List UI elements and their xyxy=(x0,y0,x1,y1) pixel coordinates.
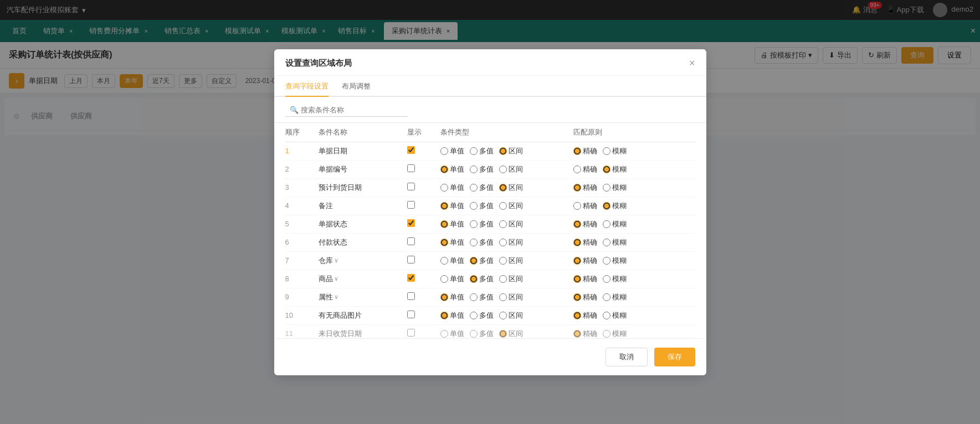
row3-match-fuzzy[interactable]: 模糊 xyxy=(603,183,627,193)
row6-type-single[interactable]: 单值 xyxy=(440,237,464,247)
row5-match-fuzzy[interactable]: 模糊 xyxy=(603,219,627,229)
row8-type-range[interactable]: 区间 xyxy=(499,274,523,284)
row6-type-range[interactable]: 区间 xyxy=(499,237,523,247)
row7-display-check[interactable] xyxy=(407,256,415,265)
row2-type-range[interactable]: 区间 xyxy=(499,164,523,174)
row9-type-multi[interactable]: 多值 xyxy=(470,292,494,302)
table-row: 5 单据状态 单值 多值 区间 精确 模糊 xyxy=(285,215,695,234)
row10-match-exact[interactable]: 精确 xyxy=(573,311,597,320)
row4-type-multi[interactable]: 多值 xyxy=(470,201,494,211)
row9-order: 9 xyxy=(285,293,289,301)
row5-type-single[interactable]: 单值 xyxy=(440,219,464,229)
row3-display-check[interactable] xyxy=(407,183,415,192)
row3-match-exact[interactable]: 精确 xyxy=(573,183,597,193)
row1-match-group: 精确 模糊 xyxy=(573,146,673,156)
row1-order: 1 xyxy=(285,147,289,155)
row5-order: 5 xyxy=(285,220,289,228)
row2-display-check[interactable] xyxy=(407,164,415,174)
row4-display-check[interactable] xyxy=(407,201,415,210)
row6-match-exact[interactable]: 精确 xyxy=(573,237,597,247)
row9-type-range[interactable]: 区间 xyxy=(499,292,523,302)
row7-type-group: 单值 多值 区间 xyxy=(440,256,573,266)
row6-name: 付款状态 xyxy=(319,237,407,247)
modal-tabs: 查询字段设置 布局调整 xyxy=(274,76,706,97)
row4-match-exact[interactable]: 精确 xyxy=(573,201,597,211)
row9-dropdown-arrow[interactable]: ∨ xyxy=(334,293,338,301)
row8-type-multi[interactable]: 多值 xyxy=(470,274,494,284)
row10-type-multi[interactable]: 多值 xyxy=(470,311,494,320)
row11-type-range[interactable]: 区间 xyxy=(499,329,523,338)
row11-type-single[interactable]: 单值 xyxy=(440,329,464,338)
row9-match-exact[interactable]: 精确 xyxy=(573,292,597,302)
modal-close-button[interactable]: × xyxy=(689,58,695,68)
row1-match-exact[interactable]: 精确 xyxy=(573,146,597,156)
row1-type-multi[interactable]: 多值 xyxy=(470,146,494,156)
row1-match-fuzzy[interactable]: 模糊 xyxy=(603,146,627,156)
row11-name: 来日收货日期 xyxy=(319,329,407,338)
cancel-button[interactable]: 取消 xyxy=(606,348,648,366)
save-button[interactable]: 保存 xyxy=(654,348,695,366)
row11-display-check[interactable] xyxy=(407,329,415,338)
row10-type-single[interactable]: 单值 xyxy=(440,311,464,320)
modal-overlay[interactable]: 设置查询区域布局 × 查询字段设置 布局调整 🔍 顺序 条件名称 显示 xyxy=(0,0,980,424)
row3-type-single[interactable]: 单值 xyxy=(440,183,464,193)
row5-type-multi[interactable]: 多值 xyxy=(470,219,494,229)
row11-type-group: 单值 多值 区间 xyxy=(440,329,573,338)
row1-type-range[interactable]: 区间 xyxy=(499,146,523,156)
row11-type-multi[interactable]: 多值 xyxy=(470,329,494,338)
row4-match-group: 精确 模糊 xyxy=(573,201,673,211)
tab-fields[interactable]: 查询字段设置 xyxy=(285,76,329,97)
row6-match-fuzzy[interactable]: 模糊 xyxy=(603,237,627,247)
search-input[interactable] xyxy=(301,106,403,114)
row3-match-group: 精确 模糊 xyxy=(573,183,673,193)
row2-type-multi[interactable]: 多值 xyxy=(470,164,494,174)
tab-layout-label: 布局调整 xyxy=(342,82,371,90)
row10-type-range[interactable]: 区间 xyxy=(499,311,523,320)
row8-match-fuzzy[interactable]: 模糊 xyxy=(603,274,627,284)
row3-type-multi[interactable]: 多值 xyxy=(470,183,494,193)
tab-layout[interactable]: 布局调整 xyxy=(342,76,371,97)
col-type: 条件类型 xyxy=(440,127,573,137)
row6-type-multi[interactable]: 多值 xyxy=(470,237,494,247)
row1-display-check[interactable] xyxy=(407,146,415,156)
row2-type-group: 单值 多值 区间 xyxy=(440,164,573,174)
row5-display-check[interactable] xyxy=(407,219,415,229)
row1-type-group: 单值 多值 区间 xyxy=(440,146,573,156)
row8-dropdown-arrow[interactable]: ∨ xyxy=(334,275,338,282)
row8-display-check[interactable] xyxy=(407,274,415,283)
row2-match-exact[interactable]: 精确 xyxy=(573,164,597,174)
modal-search: 🔍 xyxy=(274,97,706,123)
row7-dropdown-arrow[interactable]: ∨ xyxy=(334,257,338,264)
row11-match-exact[interactable]: 精确 xyxy=(573,329,597,338)
row11-match-fuzzy[interactable]: 模糊 xyxy=(603,329,627,338)
row9-type-single[interactable]: 单值 xyxy=(440,292,464,302)
row6-display-check[interactable] xyxy=(407,237,415,247)
row8-match-exact[interactable]: 精确 xyxy=(573,274,597,284)
row2-match-fuzzy[interactable]: 模糊 xyxy=(603,164,627,174)
col-name: 条件名称 xyxy=(319,127,407,137)
row10-match-fuzzy[interactable]: 模糊 xyxy=(603,311,627,320)
row5-type-range[interactable]: 区间 xyxy=(499,219,523,229)
row7-type-range[interactable]: 区间 xyxy=(499,256,523,266)
row4-type-group: 单值 多值 区间 xyxy=(440,201,573,211)
row7-type-single[interactable]: 单值 xyxy=(440,256,464,266)
row9-match-fuzzy[interactable]: 模糊 xyxy=(603,292,627,302)
modal-footer: 取消 保存 xyxy=(274,338,706,375)
row3-name: 预计到货日期 xyxy=(319,183,407,193)
row7-match-fuzzy[interactable]: 模糊 xyxy=(603,256,627,266)
table-row: 1 单据日期 单值 多值 区间 精确 模糊 xyxy=(285,142,695,161)
row1-type-single[interactable]: 单值 xyxy=(440,146,464,156)
row4-order: 4 xyxy=(285,201,289,210)
row4-type-range[interactable]: 区间 xyxy=(499,201,523,211)
row9-display-check[interactable] xyxy=(407,292,415,302)
row8-type-single[interactable]: 单值 xyxy=(440,274,464,284)
row10-display-check[interactable] xyxy=(407,311,415,320)
row4-type-single[interactable]: 单值 xyxy=(440,201,464,211)
row5-match-exact[interactable]: 精确 xyxy=(573,219,597,229)
row7-match-exact[interactable]: 精确 xyxy=(573,256,597,266)
row2-type-single[interactable]: 单值 xyxy=(440,164,464,174)
row3-type-range[interactable]: 区间 xyxy=(499,183,523,193)
row7-type-multi[interactable]: 多值 xyxy=(470,256,494,266)
search-input-container[interactable]: 🔍 xyxy=(285,104,407,117)
row4-match-fuzzy[interactable]: 模糊 xyxy=(603,201,627,211)
